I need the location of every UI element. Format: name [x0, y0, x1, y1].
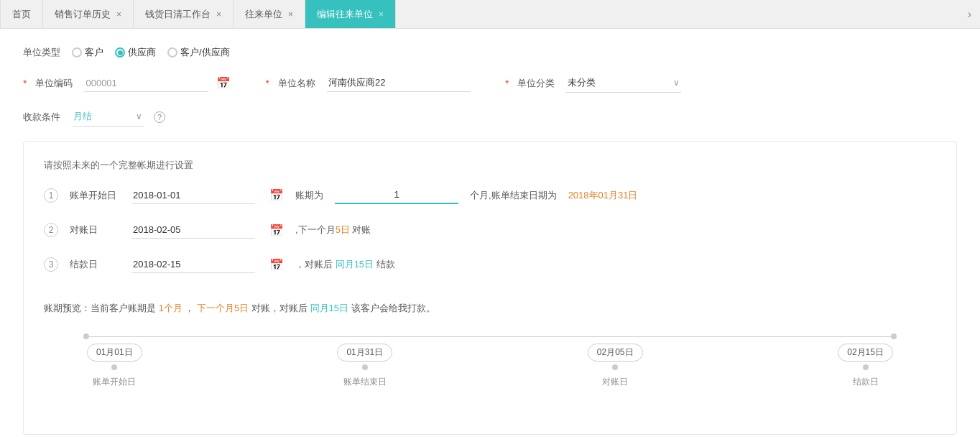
name-input[interactable] — [327, 75, 471, 92]
tab-close-cash-work[interactable]: × — [216, 9, 221, 19]
reconcile-desc: ,下一个月5日 对账 — [295, 224, 371, 236]
unit-type-label: 单位类型 — [23, 46, 60, 59]
timeline-point-3: 02月05日 对账日 — [588, 344, 643, 388]
main-content: 单位类型 客户 供应商 客户/供应商 * 单位编码 📅 * 单位名称 — [0, 29, 980, 437]
point-bubble-3: 02月05日 — [588, 344, 643, 362]
period-input[interactable] — [335, 186, 458, 204]
point-dot-4 — [863, 364, 869, 370]
radio-both-outer — [167, 47, 177, 58]
point-bubble-1: 01月01日 — [87, 344, 142, 362]
section-title: 请按照未来的一个完整帐期进行设置 — [44, 159, 936, 172]
code-copy-icon[interactable]: 📅 — [216, 76, 231, 90]
row-num-2: 2 — [44, 223, 58, 237]
timeline-point-2: 01月31日 账单结束日 — [337, 344, 392, 388]
timeline-right-dot — [891, 334, 897, 339]
radio-both[interactable]: 客户/供应商 — [167, 46, 230, 59]
category-value: 未分类 — [568, 76, 667, 89]
radio-customer-label: 客户 — [85, 46, 103, 59]
timeline-left-dot — [83, 334, 89, 339]
point-dot-3 — [612, 364, 618, 370]
row-label-1: 账单开始日 — [70, 189, 120, 202]
name-star: * — [265, 78, 269, 89]
tab-bar: 首页 销售订单历史 × 钱货日清工作台 × 往来单位 × 编辑往来单位 × › — [0, 0, 980, 29]
timeline-point-4: 02月15日 结款日 — [838, 344, 893, 388]
payment-desc: ，对账后 同月15日 结款 — [295, 258, 395, 271]
period-suffix: 个月,账单结束日期为 — [470, 189, 557, 202]
tab-close-partner[interactable]: × — [288, 9, 293, 19]
radio-supplier-label: 供应商 — [128, 46, 156, 59]
setting-row-1: 1 账单开始日 📅 账期为 个月,账单结束日期为 2018年01月31日 — [44, 186, 936, 204]
payment-row: 收款条件 月结 ∨ ? — [23, 107, 957, 126]
category-star: * — [505, 78, 509, 89]
setting-row-2: 2 对账日 📅 ,下一个月5日 对账 — [44, 221, 936, 239]
point-dot-1 — [111, 364, 117, 370]
category-dropdown-arrow: ∨ — [673, 78, 680, 88]
row-label-2: 对账日 — [70, 224, 120, 236]
code-input[interactable] — [84, 75, 208, 92]
payment-help-icon[interactable]: ? — [154, 111, 165, 123]
point-label-3: 对账日 — [602, 376, 628, 388]
tab-sales-history[interactable]: 销售订单历史 × — [43, 0, 134, 28]
payment-value: 月结 — [73, 110, 130, 123]
code-label: 单位编码 — [35, 77, 73, 90]
category-dropdown[interactable]: 未分类 ∨ — [566, 73, 681, 93]
timeline: 01月01日 账单开始日 01月31日 账单结束日 02月05日 对账日 02月… — [44, 329, 936, 417]
radio-customer[interactable]: 客户 — [72, 46, 103, 59]
timeline-line — [87, 336, 893, 337]
point-label-4: 结款日 — [853, 376, 879, 388]
row-label-3: 结款日 — [70, 258, 120, 271]
preview-text: 账期预览：当前客户账期是 1个月 ， 下一个月5日 对账，对账后 同月15日 该… — [44, 290, 936, 329]
code-star: * — [23, 78, 27, 89]
setting-row-3: 3 结款日 📅 ，对账后 同月15日 结款 — [44, 256, 936, 273]
payment-dropdown[interactable]: 月结 ∨ — [72, 107, 144, 126]
tab-edit-partner[interactable]: 编辑往来单位 × — [305, 0, 396, 28]
radio-supplier-inner — [118, 50, 123, 55]
end-date-value: 2018年01月31日 — [568, 189, 638, 202]
tab-home[interactable]: 首页 — [0, 0, 43, 28]
start-date-input[interactable] — [131, 187, 255, 204]
radio-customer-outer — [72, 47, 82, 58]
tab-partner[interactable]: 往来单位 × — [234, 0, 305, 28]
point-label-2: 账单结束日 — [343, 376, 387, 388]
payment-label: 收款条件 — [23, 111, 60, 124]
timeline-point-1: 01月01日 账单开始日 — [87, 344, 142, 388]
tab-close-sales-history[interactable]: × — [116, 9, 121, 19]
payment-dropdown-arrow: ∨ — [136, 111, 142, 121]
payment-date-cal-icon[interactable]: 📅 — [269, 258, 284, 272]
row-num-1: 1 — [44, 188, 58, 203]
category-label: 单位分类 — [517, 77, 555, 90]
code-name-category-row: * 单位编码 📅 * 单位名称 * 单位分类 未分类 ∨ — [23, 73, 957, 93]
point-dot-2 — [362, 364, 368, 370]
tab-close-edit-partner[interactable]: × — [379, 9, 384, 19]
reconcile-date-input[interactable] — [131, 221, 255, 239]
point-bubble-4: 02月15日 — [838, 344, 893, 362]
period-prefix: 账期为 — [295, 189, 323, 202]
point-label-1: 账单开始日 — [93, 376, 136, 388]
timeline-points: 01月01日 账单开始日 01月31日 账单结束日 02月05日 对账日 02月… — [44, 344, 936, 388]
start-date-cal-icon[interactable]: 📅 — [269, 188, 284, 202]
payment-date-input[interactable] — [131, 256, 255, 273]
radio-supplier[interactable]: 供应商 — [115, 46, 156, 59]
name-label: 单位名称 — [278, 77, 315, 90]
unit-type-row: 单位类型 客户 供应商 客户/供应商 — [23, 46, 957, 59]
radio-both-label: 客户/供应商 — [180, 46, 230, 59]
reconcile-date-cal-icon[interactable]: 📅 — [269, 224, 284, 237]
tab-cash-work[interactable]: 钱货日清工作台 × — [134, 0, 234, 28]
point-bubble-2: 01月31日 — [337, 344, 392, 362]
setting-section: 请按照未来的一个完整帐期进行设置 1 账单开始日 📅 账期为 个月,账单结束日期… — [23, 141, 957, 435]
tab-more-button[interactable]: › — [959, 8, 980, 21]
radio-supplier-outer — [115, 47, 125, 58]
unit-type-radio-group: 客户 供应商 客户/供应商 — [72, 46, 230, 59]
row-num-3: 3 — [44, 257, 58, 272]
